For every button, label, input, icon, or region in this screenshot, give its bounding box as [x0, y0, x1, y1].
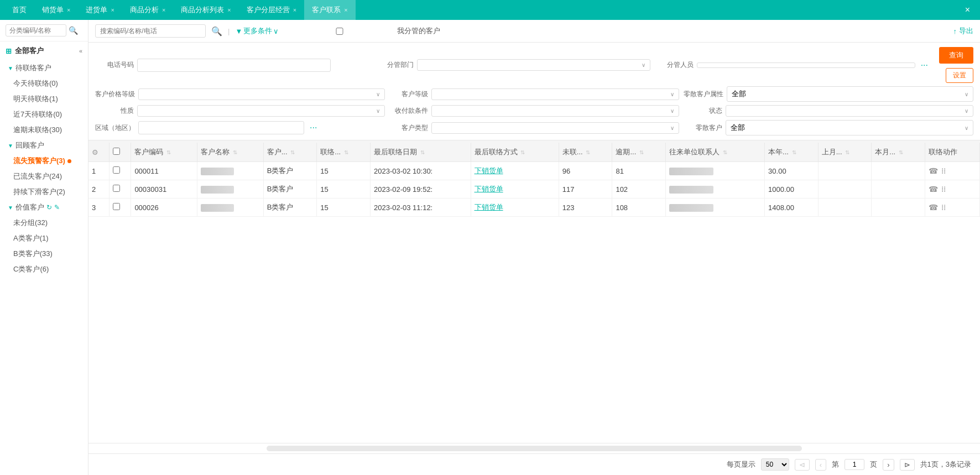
tab-product-list[interactable]: 商品分析列表 ×	[173, 0, 238, 20]
filter-field-nature: 性质 ∨	[95, 105, 385, 117]
col-last-month[interactable]: 上月... ⇅	[818, 143, 872, 162]
sidebar-group-pending[interactable]: ▼ 待联络客户	[0, 60, 88, 76]
tab-purchase[interactable]: 进货单 ×	[78, 0, 122, 20]
sidebar-item-class-a[interactable]: A类客户(1)	[0, 231, 88, 246]
tab-customer-layer[interactable]: 客户分层经营 ×	[239, 0, 304, 20]
sidebar-group-review[interactable]: ▼ 回顾客户 90天未交易的客户，可能有流失风险。	[0, 138, 88, 153]
col-contact[interactable]: 联络... ⇅	[317, 143, 371, 162]
horizontal-scrollbar[interactable]	[267, 446, 801, 451]
more-action-icon-1[interactable]: ⁞⁞	[941, 166, 946, 175]
phone-input[interactable]	[137, 59, 331, 72]
col-last-date[interactable]: 最后联络日期 ⇅	[370, 143, 471, 162]
cell-cb-2	[109, 180, 131, 199]
sidebar-item-churned[interactable]: 已流失客户(24)	[0, 169, 88, 184]
sidebar-item-7days[interactable]: 近7天待联络(0)	[0, 107, 88, 122]
zero-attr-select[interactable]: 全部 ∨	[727, 86, 973, 102]
close-all-button[interactable]: ×	[960, 5, 976, 15]
customer-type-select[interactable]: ∨	[431, 122, 679, 134]
contact-icon-1[interactable]: ☎	[929, 166, 938, 175]
col-overdue[interactable]: 逾期... ⇅	[612, 143, 666, 162]
tab-sales-close[interactable]: ×	[67, 7, 70, 13]
more-conditions-button[interactable]: ▼ 更多条件 ∨	[235, 26, 279, 36]
my-customers-checkbox-label[interactable]: 我分管的客户	[284, 26, 440, 36]
blurred-name-2	[201, 186, 234, 194]
search-input[interactable]	[95, 24, 206, 38]
contact-icon-3[interactable]: ☎	[929, 203, 938, 212]
sidebar-item-class-c[interactable]: C类客户(6)	[0, 262, 88, 277]
area-input[interactable]	[138, 121, 304, 134]
select-all-checkbox[interactable]	[113, 148, 120, 155]
export-button[interactable]: ↑ 导出	[953, 26, 974, 36]
nature-select[interactable]: ∨	[137, 105, 385, 117]
sidebar-item-churn-warning[interactable]: 流失预警客户(3)	[0, 153, 88, 169]
tab-customer-contact[interactable]: 客户联系 ×	[304, 0, 355, 20]
contact-icon-2[interactable]: ☎	[929, 185, 938, 194]
col-unit-contact[interactable]: 往来单位联系人 ⇅	[666, 143, 765, 162]
row-checkbox-3[interactable]	[113, 203, 120, 210]
sidebar-item-overdue[interactable]: 逾期未联络(30)	[0, 122, 88, 138]
person-dots-icon[interactable]: ···	[919, 60, 930, 70]
zero-customer-select[interactable]: 全部 ∨	[726, 120, 973, 135]
sidebar-item-class-b[interactable]: B类客户(33)	[0, 246, 88, 262]
tab-customer-contact-close[interactable]: ×	[344, 7, 347, 13]
settings-icon[interactable]: ⚙	[92, 148, 98, 156]
status-select[interactable]: ∨	[726, 105, 973, 117]
customer-level-select[interactable]: ∨	[431, 88, 679, 100]
tab-purchase-close[interactable]: ×	[111, 7, 114, 13]
cell-last-date-2: 2023-02-09 19:52:	[370, 180, 471, 199]
col-this-month[interactable]: 本月... ⇅	[872, 143, 925, 162]
tab-customer-layer-close[interactable]: ×	[293, 7, 296, 13]
col-year[interactable]: 本年... ⇅	[765, 143, 819, 162]
col-no: ⚙	[88, 143, 109, 162]
last-method-link-3[interactable]: 下销货单	[475, 203, 503, 211]
tab-product-analysis[interactable]: 商品分析 ×	[122, 0, 173, 20]
row-checkbox-1[interactable]	[113, 166, 120, 174]
cell-cb-1	[109, 162, 131, 180]
last-page-button[interactable]: ⊳	[900, 459, 915, 471]
sidebar-search-input[interactable]	[6, 24, 66, 36]
cell-this-month-3	[872, 199, 925, 217]
tab-sales[interactable]: 销货单 ×	[34, 0, 78, 20]
more-action-icon-3[interactable]: ⁞⁞	[941, 203, 946, 212]
last-method-link-2[interactable]: 下销货单	[475, 185, 503, 193]
sidebar-group-value[interactable]: ▼ 价值客户 ↻ ✎	[0, 200, 88, 215]
refresh-icon[interactable]: ↻	[46, 203, 52, 211]
sidebar-search-icon[interactable]: 🔍	[69, 26, 78, 35]
col-name[interactable]: 客户名称 ⇅	[197, 143, 264, 162]
settings-button[interactable]: 设置	[946, 68, 973, 83]
sidebar-item-ungrouped[interactable]: 未分组(32)	[0, 215, 88, 231]
col-uncontact[interactable]: 未联... ⇅	[559, 143, 612, 162]
query-button[interactable]: 查询	[939, 47, 973, 64]
cell-code-1: 000011	[131, 162, 197, 180]
tab-home[interactable]: 首页	[4, 0, 34, 20]
col-type[interactable]: 客户... ⇅	[263, 143, 317, 162]
filter-field-zero-customer: 零散客户 全部 ∨	[684, 120, 973, 135]
row-checkbox-2[interactable]	[113, 185, 120, 192]
person-select[interactable]	[697, 62, 915, 68]
sidebar-item-today[interactable]: 今天待联络(0)	[0, 76, 88, 91]
sidebar-item-tomorrow[interactable]: 明天待联络(1)	[0, 91, 88, 107]
tab-product-analysis-close[interactable]: ×	[162, 7, 165, 13]
dept-select[interactable]: ∨	[417, 59, 650, 71]
tab-product-list-close[interactable]: ×	[227, 7, 231, 13]
my-customers-checkbox[interactable]	[284, 28, 395, 35]
edit-icon[interactable]: ✎	[54, 203, 60, 211]
col-last-method[interactable]: 最后联络方式 ⇅	[471, 143, 559, 162]
payment-select[interactable]: ∨	[431, 105, 679, 117]
sidebar-all-customers[interactable]: ⊞ 全部客户 «	[0, 41, 88, 60]
page-input[interactable]	[845, 459, 864, 470]
search-button[interactable]: 🔍	[211, 26, 222, 36]
sidebar-item-declining[interactable]: 持续下滑客户(2)	[0, 184, 88, 200]
first-page-button[interactable]: ⊲	[795, 459, 810, 471]
prev-page-button[interactable]: ‹	[815, 459, 826, 471]
filter-field-payment: 收付款条件 ∨	[389, 105, 679, 117]
warning-dot	[67, 159, 71, 163]
cell-contact-3: 15	[317, 199, 371, 217]
last-method-link-1[interactable]: 下销货单	[475, 166, 503, 175]
area-dots-icon[interactable]: ···	[307, 123, 319, 133]
price-level-select[interactable]: ∨	[138, 88, 385, 100]
per-page-select[interactable]: 50 100 200	[761, 458, 789, 471]
next-page-button[interactable]: ›	[883, 459, 894, 471]
col-code[interactable]: 客户编码 ⇅	[131, 143, 197, 162]
more-action-icon-2[interactable]: ⁞⁞	[941, 185, 946, 194]
